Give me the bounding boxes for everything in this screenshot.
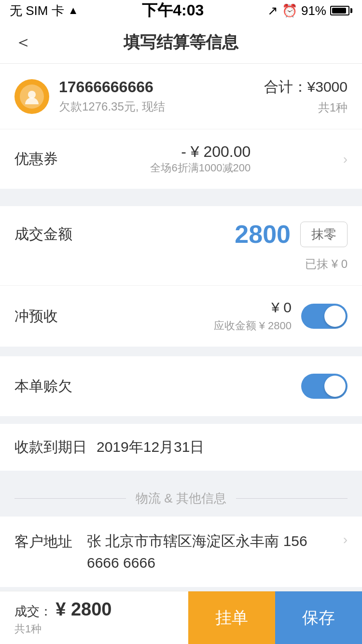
section-divider-3	[0, 471, 362, 480]
coupon-info: - ¥ 200.00 全场6折满1000减200	[150, 143, 251, 175]
user-debt: 欠款1276.35元, 现结	[59, 99, 264, 114]
section-divider-2	[0, 347, 362, 356]
amount-row: 成交金额 2800 抹零	[14, 220, 348, 249]
deal-amount-number: 2800	[235, 220, 291, 249]
logistics-divider: 物流 & 其他信息	[0, 480, 362, 517]
coupon-label: 优惠券	[14, 149, 58, 169]
logistics-text: 物流 & 其他信息	[136, 490, 226, 507]
prepaid-label: 冲预收	[14, 307, 58, 326]
address-chevron-icon: ›	[343, 530, 348, 547]
user-phone: 17666666666	[59, 78, 264, 96]
amount-section: 成交金额 2800 抹零 已抹 ¥ 0	[0, 206, 362, 285]
coupon-chevron-icon: ›	[343, 152, 348, 167]
bottom-count: 共1种	[14, 622, 174, 636]
address-row[interactable]: 客户地址 张 北京市市辖区海淀区永丰南 156 6666 6666 ›	[0, 517, 362, 587]
amount-value-group: 2800 抹零	[235, 220, 348, 249]
amount-sub-row: 已抹 ¥ 0	[14, 256, 348, 272]
total-amount: 合计：¥3000	[264, 77, 348, 97]
debt-toggle-knob	[324, 376, 346, 397]
debt-label: 本单赊欠	[14, 377, 72, 396]
prepaid-desc: 应收金额 ¥ 2800	[214, 319, 292, 333]
carrier-text: 无 SIM 卡	[10, 2, 64, 19]
total-count: 共1种	[264, 100, 348, 115]
main-content: 17666666666 欠款1276.35元, 现结 合计：¥3000 共1种 …	[0, 64, 362, 644]
nav-bar: ＜ 填写结算等信息	[0, 21, 362, 64]
due-date-label: 收款到期日	[14, 437, 87, 457]
due-date-value: 2019年12月31日	[97, 437, 204, 457]
date-row: 收款到期日 2019年12月31日	[0, 424, 362, 471]
bottom-deal-label: 成交： ¥ 2800	[14, 599, 174, 620]
debt-toggle[interactable]	[301, 374, 348, 399]
already-rounded: 已抹 ¥ 0	[305, 257, 348, 270]
logistics-line-left	[14, 498, 126, 499]
back-button[interactable]: ＜	[14, 30, 32, 54]
avatar	[14, 79, 49, 114]
coupon-row[interactable]: 优惠券 - ¥ 200.00 全场6折满1000减200 ›	[0, 129, 362, 189]
battery-indicator	[330, 6, 352, 15]
page-title: 填写结算等信息	[124, 31, 238, 54]
wifi-icon: ▲	[68, 4, 79, 17]
hold-button[interactable]: 挂单	[188, 591, 275, 644]
section-divider-1	[0, 196, 362, 206]
address-label: 客户地址	[14, 530, 72, 552]
coupon-desc: 全场6折满1000减200	[150, 161, 251, 175]
location-icon: ↗	[267, 3, 278, 18]
toggle-knob	[324, 306, 346, 327]
user-info: 17666666666 欠款1276.35元, 现结	[59, 78, 264, 114]
avatar-icon	[20, 84, 44, 109]
alarm-icon: ⏰	[282, 3, 297, 18]
user-row: 17666666666 欠款1276.35元, 现结 合计：¥3000 共1种	[0, 64, 362, 129]
status-left: 无 SIM 卡 ▲	[10, 2, 78, 19]
logistics-line-right	[236, 498, 348, 499]
prepaid-toggle[interactable]	[301, 304, 348, 329]
deal-amount-label: 成交金额	[14, 224, 72, 244]
status-bar: 无 SIM 卡 ▲ 下午4:03 ↗ ⏰ 91%	[0, 0, 362, 21]
prepaid-row: 冲预收 ¥ 0 应收金额 ¥ 2800	[0, 285, 362, 347]
battery-percent: 91%	[301, 3, 326, 18]
status-time: 下午4:03	[142, 0, 204, 21]
bottom-deal-amount: ¥ 2800	[56, 599, 111, 619]
save-button[interactable]: 保存	[275, 591, 362, 644]
address-value: 张 北京市市辖区海淀区永丰南 156 6666 6666	[87, 530, 338, 574]
user-total: 合计：¥3000 共1种	[264, 77, 348, 115]
coupon-amount: - ¥ 200.00	[150, 143, 251, 161]
bottom-summary: 成交： ¥ 2800 共1种	[0, 599, 188, 636]
roundup-button[interactable]: 抹零	[300, 222, 348, 247]
debt-row: 本单赊欠	[0, 356, 362, 416]
user-info-card: 17666666666 欠款1276.35元, 现结 合计：¥3000 共1种 …	[0, 64, 362, 189]
bottom-bar: 成交： ¥ 2800 共1种 挂单 保存	[0, 591, 362, 644]
prepaid-right: ¥ 0 应收金额 ¥ 2800	[214, 299, 348, 333]
status-right: ↗ ⏰ 91%	[267, 3, 352, 18]
bottom-deal-text: 成交：	[14, 604, 52, 618]
prepaid-info: ¥ 0 应收金额 ¥ 2800	[214, 299, 292, 333]
prepaid-amount: ¥ 0	[214, 299, 292, 316]
svg-point-0	[28, 91, 36, 98]
